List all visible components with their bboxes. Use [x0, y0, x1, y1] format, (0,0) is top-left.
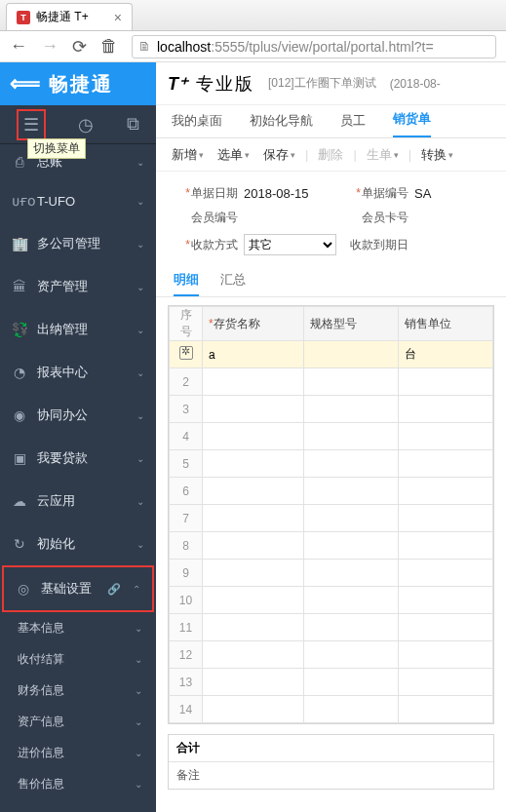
new-button[interactable]: 新增▾: [168, 144, 208, 166]
cell-name[interactable]: [203, 505, 304, 532]
table-row[interactable]: a台: [170, 341, 493, 368]
cell-spec[interactable]: [304, 696, 399, 723]
cell-spec[interactable]: [304, 669, 399, 696]
cell-unit[interactable]: [399, 423, 493, 450]
sidebar-subitem[interactable]: 售价信息⌄: [0, 768, 156, 799]
menu-toggle-icon[interactable]: ☰: [17, 109, 46, 140]
cell-unit[interactable]: [399, 368, 493, 396]
sidebar-subitem[interactable]: 进价信息⌄: [0, 737, 156, 768]
cell-unit[interactable]: [399, 669, 493, 696]
table-row[interactable]: 4: [170, 423, 493, 450]
new-window-icon[interactable]: ⧉: [127, 114, 139, 135]
cell-unit[interactable]: [399, 560, 493, 587]
cell-spec[interactable]: [304, 532, 399, 560]
cell-spec[interactable]: [304, 505, 399, 532]
cell-unit[interactable]: [399, 532, 493, 560]
delete-button[interactable]: 删除: [314, 144, 347, 166]
tab-detail[interactable]: 明细: [174, 271, 199, 296]
cell-unit[interactable]: [399, 478, 493, 505]
cell-unit[interactable]: [399, 505, 493, 532]
table-row[interactable]: 2: [170, 368, 493, 396]
cell-name[interactable]: [203, 423, 304, 450]
cell-spec[interactable]: [304, 396, 399, 423]
cell-name[interactable]: [203, 450, 304, 478]
date-value[interactable]: 2018-08-15: [244, 186, 331, 201]
cell-unit[interactable]: [399, 696, 493, 723]
cell-name[interactable]: a: [203, 341, 304, 368]
sidebar-item[interactable]: ▣我要贷款⌄: [0, 437, 156, 480]
row-gear-icon[interactable]: [179, 346, 193, 360]
sidebar-subitem[interactable]: 基本信息⌄: [0, 612, 156, 643]
paytype-select[interactable]: 其它: [244, 234, 336, 255]
cell-unit[interactable]: 台: [399, 341, 493, 368]
dashboard-icon[interactable]: ◷: [78, 114, 94, 135]
url-input[interactable]: 🗎 localhost:5555/tplus/view/portal/porta…: [132, 35, 496, 58]
table-row[interactable]: 7: [170, 505, 493, 532]
cell-name[interactable]: [203, 641, 304, 669]
sidebar-item[interactable]: ◔报表中心⌄: [0, 351, 156, 394]
table-row[interactable]: 12: [170, 641, 493, 669]
cell-spec[interactable]: [304, 614, 399, 641]
table-row[interactable]: 8: [170, 532, 493, 560]
save-button[interactable]: 保存▾: [259, 144, 299, 166]
close-tab-icon[interactable]: ×: [114, 10, 122, 25]
cell-name[interactable]: [203, 396, 304, 423]
cell-spec[interactable]: [304, 641, 399, 669]
reload-icon[interactable]: ⟳: [72, 36, 87, 58]
table-row[interactable]: 11: [170, 614, 493, 641]
tab-item[interactable]: 初始化导航: [250, 112, 313, 137]
sidebar-subitem[interactable]: 收付结算⌄: [0, 643, 156, 675]
cell-unit[interactable]: [399, 641, 493, 669]
link-icon[interactable]: 🔗: [107, 583, 121, 596]
cell-spec[interactable]: [304, 423, 399, 450]
sidebar-item[interactable]: ◉协同办公⌄: [0, 394, 156, 437]
table-row[interactable]: 13: [170, 669, 493, 696]
browser-tab[interactable]: T 畅捷通 T+ ×: [6, 3, 133, 30]
cell-name[interactable]: [203, 560, 304, 587]
table-row[interactable]: 14: [170, 696, 493, 723]
tab-item[interactable]: 员工: [340, 112, 366, 137]
convert-button[interactable]: 转换▾: [417, 144, 457, 166]
table-row[interactable]: 9: [170, 560, 493, 587]
sidebar-item[interactable]: ᴜғᴏT-UFO⌄: [0, 179, 156, 222]
cell-spec[interactable]: [304, 450, 399, 478]
cell-name[interactable]: [203, 696, 304, 723]
cell-spec[interactable]: [304, 587, 399, 614]
cell-spec[interactable]: [304, 368, 399, 396]
sidebar-item-basic-settings[interactable]: ◎ 基础设置 🔗 ⌃: [4, 567, 152, 610]
sidebar-subitem[interactable]: 资产信息⌄: [0, 706, 156, 737]
sidebar-item[interactable]: ↻初始化⌄: [0, 522, 156, 565]
sidebar-item[interactable]: ☁云应用⌄: [0, 480, 156, 522]
cell-name[interactable]: [203, 532, 304, 560]
cell-name[interactable]: [203, 669, 304, 696]
cell-spec[interactable]: [304, 560, 399, 587]
cell-name[interactable]: [203, 614, 304, 641]
cell-unit[interactable]: [399, 396, 493, 423]
cell-name[interactable]: [203, 587, 304, 614]
table-row[interactable]: 3: [170, 396, 493, 423]
sidebar-item[interactable]: 🏛资产管理⌄: [0, 265, 156, 308]
cell-unit[interactable]: [399, 450, 493, 478]
table-row[interactable]: 6: [170, 478, 493, 505]
back-icon[interactable]: ←: [10, 36, 27, 57]
gen-button[interactable]: 生单▾: [363, 144, 403, 166]
tab-item[interactable]: 我的桌面: [172, 112, 222, 137]
docno-value[interactable]: SA: [414, 186, 502, 201]
table-row[interactable]: 5: [170, 450, 493, 478]
brand-bar[interactable]: ⟸ 畅捷通: [0, 62, 156, 105]
select-button[interactable]: 选单▾: [214, 144, 253, 166]
sidebar-item[interactable]: 💱出纳管理⌄: [0, 308, 156, 351]
trash-icon[interactable]: 🗑: [100, 36, 118, 57]
cell-unit[interactable]: [399, 587, 493, 614]
cell-name[interactable]: [203, 478, 304, 505]
back-arrow-icon[interactable]: ⟸: [10, 71, 43, 97]
cell-spec[interactable]: [304, 478, 399, 505]
sidebar-item[interactable]: 🏢多公司管理⌄: [0, 222, 156, 265]
cell-unit[interactable]: [399, 614, 493, 641]
cell-name[interactable]: [203, 368, 304, 396]
tab-item[interactable]: 销货单: [393, 110, 431, 137]
tab-summary[interactable]: 汇总: [220, 271, 246, 296]
table-row[interactable]: 10: [170, 587, 493, 614]
cell-spec[interactable]: [304, 341, 399, 368]
sidebar-subitem[interactable]: 财务信息⌄: [0, 675, 156, 706]
